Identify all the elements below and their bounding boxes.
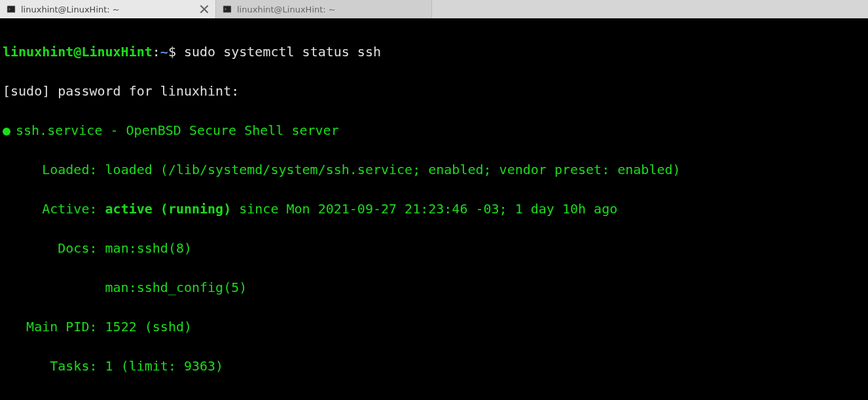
tab-2[interactable]: linuxhint@LinuxHint: ~ — [216, 0, 432, 18]
service-desc: OpenBSD Secure Shell server — [126, 122, 339, 138]
tab-title-1: linuxhint@LinuxHint: ~ — [21, 5, 194, 14]
tasks-line: Tasks: 1 (limit: 9363) — [3, 356, 865, 376]
sudo-prompt: [sudo] password for linuxhint: — [3, 81, 865, 101]
terminal-icon — [7, 5, 16, 14]
prompt-symbol: $ — [168, 44, 176, 60]
close-icon[interactable] — [200, 5, 209, 14]
prompt-user-host: linuxhint@LinuxHint — [3, 44, 153, 60]
terminal-icon — [223, 5, 232, 14]
prompt-path: ~ — [160, 44, 168, 60]
svg-rect-1 — [8, 7, 15, 12]
memory-line: Memory: 1.3M — [3, 395, 865, 400]
status-dot-icon — [3, 128, 10, 136]
terminal-output[interactable]: linuxhint@LinuxHint:~$ sudo systemctl st… — [0, 18, 868, 400]
svg-rect-3 — [224, 7, 231, 12]
docs-line-1: Docs: man:sshd(8) — [3, 238, 865, 258]
command-text: sudo systemctl status ssh — [184, 44, 381, 60]
service-header: ssh.service - OpenBSD Secure Shell serve… — [3, 120, 865, 140]
mainpid-line: Main PID: 1522 (sshd) — [3, 317, 865, 336]
docs-line-2: man:sshd_config(5) — [3, 278, 865, 297]
service-name: ssh.service — [16, 122, 102, 138]
tab-bar: linuxhint@LinuxHint: ~ linuxhint@LinuxHi… — [0, 0, 868, 18]
loaded-line: Loaded: loaded (/lib/systemd/system/ssh.… — [3, 160, 865, 179]
tab-1[interactable]: linuxhint@LinuxHint: ~ — [0, 0, 216, 18]
tab-title-2: linuxhint@LinuxHint: ~ — [237, 5, 425, 14]
active-line: Active: active (running) since Mon 2021-… — [3, 199, 865, 219]
prompt-line: linuxhint@LinuxHint:~$ sudo systemctl st… — [3, 42, 865, 62]
active-state: active (running) — [105, 201, 232, 217]
